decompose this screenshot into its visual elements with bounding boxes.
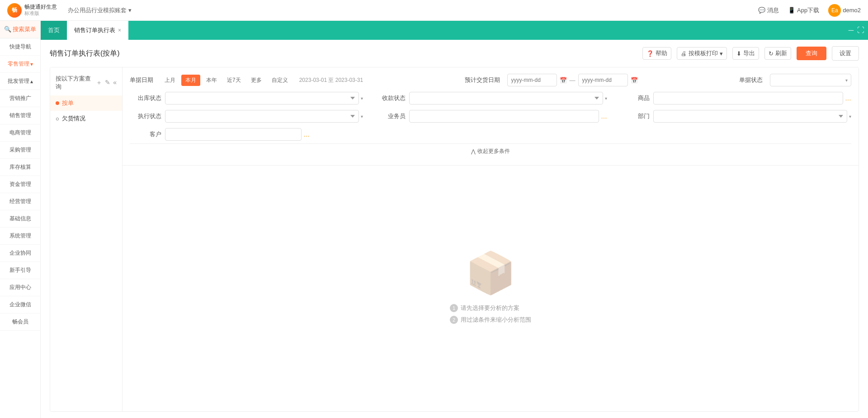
tab-expand-icon[interactable]: ⛶ xyxy=(857,26,864,34)
active-dot-icon xyxy=(56,101,59,105)
exec-status-label: 执行状态 xyxy=(130,112,161,120)
search-icon: 🔍 xyxy=(4,26,11,33)
dept-label: 部门 xyxy=(618,112,650,120)
left-panel: 按以下方案查询 ＋ ✎ « 按单 ○ xyxy=(50,67,123,411)
user-menu[interactable]: Ea demo2 xyxy=(828,4,861,17)
page-content: 销售订单执行表(按单) ❓ 帮助 🖨 按模板打印 ▾ ⬇ xyxy=(41,40,868,418)
tab-minimize-icon[interactable]: ─ xyxy=(849,26,854,34)
template-print-label: 按模板打印 xyxy=(689,49,718,57)
tab-home[interactable]: 首页 xyxy=(41,21,67,40)
status-select[interactable] xyxy=(770,74,851,86)
left-panel-item-arrears[interactable]: ○ 欠货情况 xyxy=(50,111,122,126)
sidebar-basic-label: 基础信息 xyxy=(9,215,31,222)
sidebar-finance-label: 资金管理 xyxy=(9,181,31,187)
sidebar-item-finance[interactable]: 资金管理 xyxy=(0,176,40,193)
export-label: 导出 xyxy=(743,49,755,57)
setup-button[interactable]: 设置 xyxy=(832,46,859,61)
sidebar-operations-label: 经营管理 xyxy=(9,198,31,204)
sidebar-system-label: 系统管理 xyxy=(9,233,31,239)
goods-more-icon[interactable]: … xyxy=(845,95,851,102)
sidebar-item-retail[interactable]: 零售管理 ▾ xyxy=(0,56,40,73)
goods-control: … xyxy=(653,92,851,104)
calendar-from-icon[interactable]: 📅 xyxy=(560,77,567,84)
customer-input[interactable] xyxy=(165,128,302,141)
sidebar-item-operations[interactable]: 经营管理 xyxy=(0,193,40,210)
tip-num-2: 2 xyxy=(450,316,458,324)
date-tab-last7[interactable]: 近7天 xyxy=(223,75,245,86)
date-tab-this-month[interactable]: 本月 xyxy=(181,75,200,86)
avatar: Ea xyxy=(828,4,841,17)
sidebar-member-label: 畅会员 xyxy=(12,318,28,325)
tab-home-label: 首页 xyxy=(48,26,60,34)
filter-grid-row2: 出库状态 ▾ 收 xyxy=(130,92,851,123)
date-tab-last-month[interactable]: 上月 xyxy=(160,75,179,86)
messages-label: 消息 xyxy=(767,6,779,14)
collapse-button[interactable]: ⋀ 收起更多条件 xyxy=(130,143,851,159)
sidebar-item-newbie[interactable]: 新手引导 xyxy=(0,262,40,279)
collapse-label: 收起更多条件 xyxy=(477,147,510,155)
date-tab-custom[interactable]: 自定义 xyxy=(268,75,292,86)
sidebar-item-wechat[interactable]: 企业微信 xyxy=(0,296,40,314)
add-plan-button[interactable]: ＋ xyxy=(96,79,102,87)
sidebar-item-system[interactable]: 系统管理 xyxy=(0,228,40,245)
edit-plan-button[interactable]: ✎ xyxy=(105,79,110,87)
sidebar-marketing-label: 营销推广 xyxy=(9,95,31,101)
help-button[interactable]: ❓ 帮助 xyxy=(642,47,671,60)
sidebar-inventory-label: 库存核算 xyxy=(9,164,31,170)
sidebar-item-wholesale[interactable]: 批发管理 ▴ xyxy=(0,73,40,90)
sidebar-item-purchase[interactable]: 采购管理 xyxy=(0,142,40,159)
customer-more-icon[interactable]: … xyxy=(303,131,310,138)
sidebar-item-enterprise[interactable]: 企业协同 xyxy=(0,245,40,262)
salesperson-more-icon[interactable]: … xyxy=(601,113,607,120)
sidebar-item-apps[interactable]: 应用中心 xyxy=(0,279,40,296)
salesperson-input[interactable] xyxy=(409,110,599,123)
status-select-wrap: ▾ xyxy=(770,74,851,86)
sidebar-item-sales[interactable]: 销售管理 xyxy=(0,107,40,124)
sidebar-ecom-label: 电商管理 xyxy=(9,129,31,136)
page-title-bar: 销售订单执行表(按单) ❓ 帮助 🖨 按模板打印 ▾ ⬇ xyxy=(50,46,859,61)
tip-num-1: 1 xyxy=(450,304,458,312)
sidebar-item-inventory[interactable]: 库存核算 xyxy=(0,159,40,176)
tab-sales-order[interactable]: 销售订单执行表 × xyxy=(67,21,128,40)
tab-close-icon[interactable]: × xyxy=(118,27,121,33)
expected-date-from[interactable] xyxy=(507,74,557,86)
date-tab-this-year[interactable]: 本年 xyxy=(202,75,221,86)
filter-row-customer: 客户 … xyxy=(130,128,851,141)
left-panel-item-by-order-label: 按单 xyxy=(62,99,74,107)
left-panel-item-arrears-label: 欠货情况 xyxy=(62,114,85,123)
app-download-button[interactable]: 📱 App下载 xyxy=(788,6,819,14)
left-panel-item-by-order[interactable]: 按单 xyxy=(50,95,122,111)
outstock-label: 出库状态 xyxy=(130,94,161,102)
exec-status-arrow: ▾ xyxy=(361,114,363,119)
sidebar-item-ecom[interactable]: 电商管理 xyxy=(0,124,40,142)
payment-control: ▾ xyxy=(409,92,607,104)
dept-select[interactable] xyxy=(653,110,847,123)
template-print-button[interactable]: 🖨 按模板打印 ▾ xyxy=(677,47,727,60)
exec-status-control: ▾ xyxy=(165,110,363,123)
sidebar-item-quick-nav[interactable]: 快捷导航 xyxy=(0,38,40,56)
collapse-panel-button[interactable]: « xyxy=(113,79,117,87)
sidebar-item-marketing[interactable]: 营销推广 xyxy=(0,90,40,107)
main-layout: 🔍 搜索菜单 快捷导航 零售管理 ▾ 批发管理 ▴ 营销推广 销售管理 电商管理… xyxy=(0,21,868,418)
sidebar-newbie-label: 新手引导 xyxy=(9,267,31,273)
expected-date-to[interactable] xyxy=(578,74,628,86)
query-button[interactable]: 查询 xyxy=(797,47,826,60)
payment-arrow: ▾ xyxy=(605,96,607,101)
sidebar-item-basic[interactable]: 基础信息 xyxy=(0,210,40,228)
date-tab-more[interactable]: 更多 xyxy=(247,75,266,86)
left-panel-title: 按以下方案查询 xyxy=(56,75,96,91)
sidebar-item-member[interactable]: 畅会员 xyxy=(0,314,40,331)
export-button[interactable]: ⬇ 导出 xyxy=(732,47,759,60)
outstock-select[interactable] xyxy=(165,92,359,104)
breadcrumb-arrow-icon: ▾ xyxy=(128,7,132,14)
collapse-arrow-icon: ⋀ xyxy=(471,148,476,155)
date-tabs-group: 上月 本月 本年 近7天 更多 自定义 xyxy=(160,75,292,86)
refresh-button[interactable]: ↻ 刷新 xyxy=(764,47,791,60)
calendar-to-icon[interactable]: 📅 xyxy=(631,77,638,84)
payment-select[interactable] xyxy=(409,92,603,104)
goods-input[interactable] xyxy=(653,92,843,104)
username: demo2 xyxy=(843,7,861,14)
messages-button[interactable]: 💬 消息 xyxy=(758,6,779,14)
exec-status-select[interactable] xyxy=(165,110,359,123)
sidebar-search[interactable]: 🔍 搜索菜单 xyxy=(0,21,40,38)
